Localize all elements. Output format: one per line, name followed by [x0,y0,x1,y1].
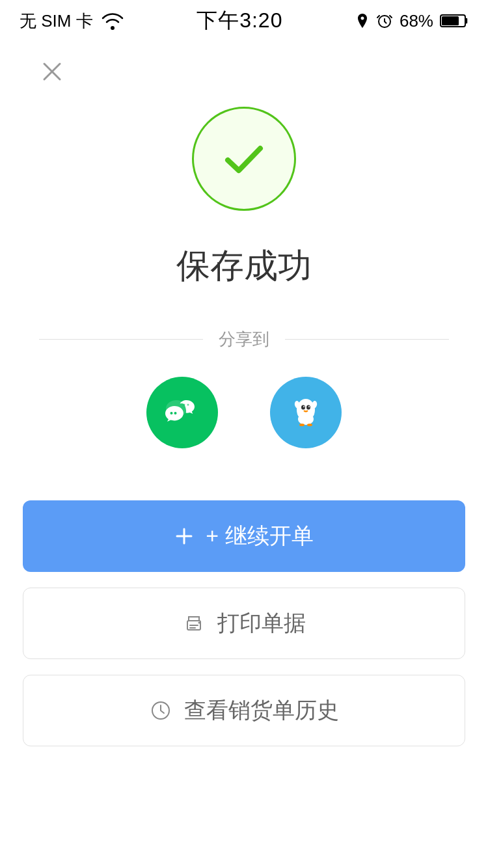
qq-icon [284,390,328,435]
battery-icon [440,13,468,29]
clock-icon [149,699,172,722]
svg-point-17 [299,424,305,426]
svg-point-26 [198,622,200,624]
share-wechat-button[interactable] [146,377,218,448]
print-icon [182,612,206,635]
success-icon-circle [192,107,296,211]
plus-icon [174,526,194,546]
svg-point-8 [183,404,185,406]
close-button[interactable] [33,52,72,91]
alarm-icon [376,12,393,29]
status-right: 68% [355,11,468,31]
location-icon [355,12,370,29]
svg-point-9 [187,404,189,406]
continue-label: + 继续开单 [206,521,313,551]
svg-rect-24 [189,625,198,626]
svg-point-6 [170,412,173,414]
svg-point-16 [298,413,314,425]
main-content: 保存成功 分享到 [0,42,488,746]
success-title: 保存成功 [176,243,312,289]
status-bar: 无 SIM 卡 下午3:20 68% [0,0,488,42]
history-button[interactable]: 查看销货单历史 [23,675,465,746]
wifi-icon [101,12,124,30]
history-label: 查看销货单历史 [184,696,339,726]
print-label: 打印单据 [217,608,306,638]
svg-point-15 [308,406,310,407]
checkmark-icon [218,133,270,185]
svg-rect-25 [189,627,196,629]
svg-point-13 [306,405,310,410]
share-line-left [39,339,203,340]
svg-point-18 [307,424,312,426]
battery-text: 68% [400,11,433,31]
share-line-right [285,339,449,340]
status-time: 下午3:20 [197,7,282,35]
share-divider: 分享到 [0,328,488,351]
svg-rect-2 [442,16,459,25]
status-left: 无 SIM 卡 [20,10,124,33]
share-qq-button[interactable] [270,377,342,448]
wechat-icon [160,390,204,435]
svg-point-12 [301,405,305,410]
action-buttons-container: + 继续开单 打印单据 查看销 [23,500,465,746]
print-button[interactable]: 打印单据 [23,588,465,659]
continue-button[interactable]: + 继续开单 [23,500,465,572]
svg-point-7 [174,412,177,414]
share-label: 分享到 [203,328,285,351]
share-icons-container [146,377,342,448]
no-sim-text: 无 SIM 卡 [20,10,93,33]
svg-point-14 [303,406,305,407]
